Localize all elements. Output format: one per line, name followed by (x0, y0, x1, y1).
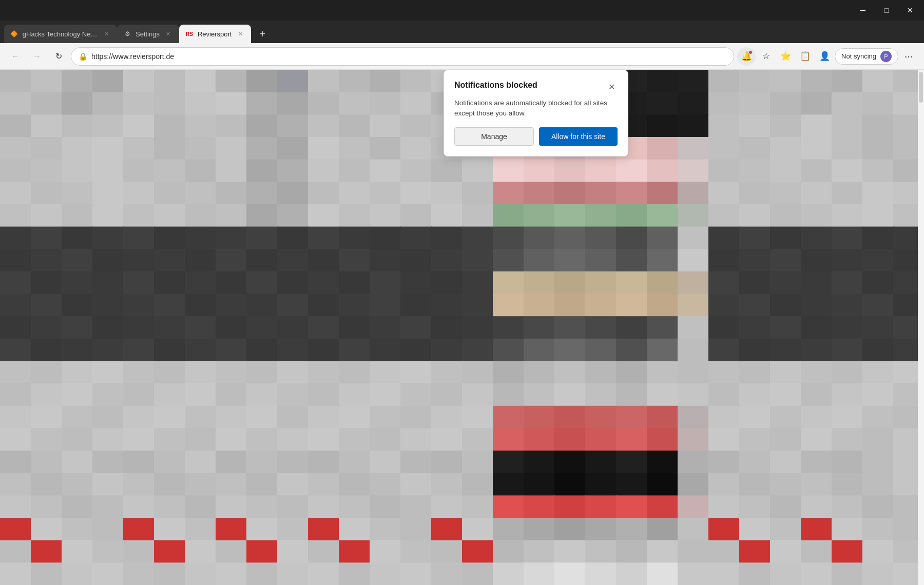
close-button[interactable]: ✕ (898, 0, 922, 21)
refresh-button[interactable]: ↻ (49, 47, 68, 66)
popup-close-button[interactable]: ✕ (605, 81, 618, 93)
scrollbar[interactable] (918, 70, 924, 585)
not-syncing-button[interactable]: Not syncing P (835, 48, 898, 65)
popup-title: Notifications blocked (454, 81, 537, 90)
title-bar: ─ □ ✕ (0, 0, 924, 21)
tab-label-settings: Settings (136, 30, 160, 38)
more-options-button[interactable]: ··· (899, 47, 918, 66)
popup-actions: Manage Allow for this site (454, 127, 618, 146)
profile-avatar: P (880, 51, 892, 62)
address-text: https://www.reviersport.de (91, 52, 726, 61)
tab-reviersport[interactable]: RS Reviersport ✕ (179, 25, 251, 43)
collections-button[interactable]: 📋 (796, 47, 814, 66)
minimize-button[interactable]: ─ (851, 0, 875, 21)
address-bar[interactable]: 🔒 https://www.reviersport.de (71, 47, 734, 66)
tab-close-reviersport[interactable]: ✕ (236, 29, 245, 38)
not-syncing-label: Not syncing (841, 52, 876, 60)
tab-ghacks[interactable]: 🔶 gHacks Technology News ✕ (4, 25, 117, 43)
profile-icon: 👤 (819, 51, 830, 62)
notifications-popup: Notifications blocked ✕ Notifications ar… (444, 70, 628, 157)
lock-icon: 🔒 (79, 52, 87, 61)
tab-favicon-settings: ⚙ (123, 30, 131, 38)
back-button[interactable]: ← (6, 47, 25, 66)
manage-button[interactable]: Manage (454, 127, 534, 146)
popup-body: Notifications are automatically blocked … (454, 98, 618, 119)
favorites-bar-button[interactable]: ⭐ (776, 47, 795, 66)
notification-dot (748, 50, 753, 54)
collections-icon: 📋 (800, 51, 811, 62)
star-icon: ☆ (762, 51, 770, 62)
tab-close-ghacks[interactable]: ✕ (102, 29, 111, 38)
allow-button[interactable]: Allow for this site (539, 127, 618, 146)
profile-button[interactable]: 👤 (815, 47, 834, 66)
tab-settings[interactable]: ⚙ Settings ✕ (117, 25, 179, 43)
maximize-button[interactable]: □ (875, 0, 898, 21)
favorites-bar-icon: ⭐ (780, 51, 791, 62)
tab-favicon-ghacks: 🔶 (10, 30, 18, 38)
tab-label-ghacks: gHacks Technology News (23, 30, 98, 38)
nav-bar: ← → ↻ 🔒 https://www.reviersport.de 🔔 ☆ ⭐… (0, 43, 924, 70)
content-area: Notifications blocked ✕ Notifications ar… (0, 70, 924, 585)
forward-button[interactable]: → (28, 47, 46, 66)
toolbar-icons: 🔔 ☆ ⭐ 📋 👤 Not syncing P ··· (737, 47, 918, 66)
favorites-button[interactable]: ☆ (757, 47, 775, 66)
notifications-button[interactable]: 🔔 (737, 47, 756, 66)
tab-label-reviersport: Reviersport (198, 30, 232, 38)
tab-favicon-reviersport: RS (185, 30, 194, 38)
new-tab-button[interactable]: + (253, 25, 272, 43)
popup-header: Notifications blocked ✕ (454, 81, 618, 93)
scrollbar-thumb[interactable] (919, 72, 923, 103)
tab-close-settings[interactable]: ✕ (164, 29, 173, 38)
tab-bar: 🔶 gHacks Technology News ✕ ⚙ Settings ✕ … (0, 21, 924, 43)
